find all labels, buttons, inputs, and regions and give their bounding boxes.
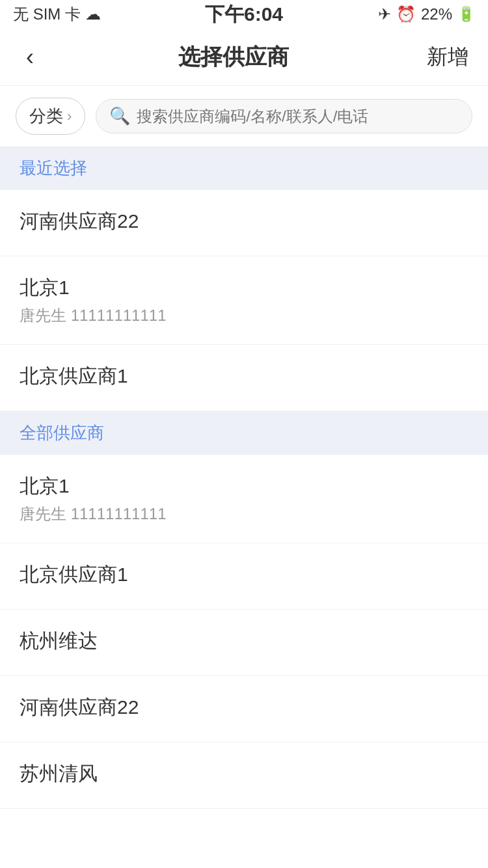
nav-bar: ‹ 选择供应商 新增 (0, 29, 488, 86)
list-item[interactable]: 北京供应商1 (0, 543, 488, 610)
list-item[interactable]: 北京1唐先生 11111111111 (0, 455, 488, 543)
battery-level: 22% (421, 5, 452, 23)
search-icon: 🔍 (109, 106, 130, 126)
status-time: 下午6:04 (205, 1, 283, 28)
category-filter-button[interactable]: 分类 › (16, 98, 85, 135)
all-items-list: 北京1唐先生 11111111111北京供应商1杭州维达河南供应商22苏州清风 (0, 455, 488, 809)
status-left: 无 SIM 卡 ☁ (13, 4, 101, 25)
all-section-label: 全部供应商 (20, 423, 104, 442)
item-name: 杭州维达 (20, 628, 468, 655)
recent-section-label: 最近选择 (20, 158, 87, 178)
list-item[interactable]: 杭州维达 (0, 610, 488, 676)
page-title: 选择供应商 (178, 42, 289, 72)
chevron-right-icon: › (67, 108, 72, 125)
all-section-header: 全部供应商 (0, 411, 488, 455)
location-icon: ✈ (378, 5, 391, 23)
status-bar: 无 SIM 卡 ☁ 下午6:04 ✈ ⏰ 22% 🔋 (0, 0, 488, 29)
recent-items-list: 河南供应商22北京1唐先生 11111111111北京供应商1 (0, 190, 488, 411)
list-item[interactable]: 苏州清风 (0, 742, 488, 809)
list-item[interactable]: 北京供应商1 (0, 345, 488, 411)
list-item[interactable]: 河南供应商22 (0, 676, 488, 742)
alarm-icon: ⏰ (396, 5, 416, 23)
search-box: 🔍 (96, 99, 472, 133)
item-name: 苏州清风 (20, 761, 468, 787)
item-name: 北京供应商1 (20, 363, 468, 390)
battery-icon: 🔋 (457, 6, 475, 23)
item-name: 河南供应商22 (20, 208, 468, 235)
search-input[interactable] (137, 107, 459, 126)
status-right: ✈ ⏰ 22% 🔋 (378, 5, 475, 23)
item-sub: 唐先生 11111111111 (20, 504, 468, 524)
item-name: 北京1 (20, 473, 468, 500)
back-button[interactable]: ‹ (20, 37, 40, 77)
add-button[interactable]: 新增 (427, 43, 468, 72)
sim-status: 无 SIM 卡 ☁ (13, 4, 101, 25)
item-sub: 唐先生 11111111111 (20, 305, 468, 326)
filter-bar: 分类 › 🔍 (0, 86, 488, 146)
list-item[interactable]: 北京1唐先生 11111111111 (0, 256, 488, 345)
item-name: 北京1 (20, 275, 468, 301)
item-name: 河南供应商22 (20, 694, 468, 721)
category-label: 分类 (29, 105, 63, 128)
item-name: 北京供应商1 (20, 562, 468, 588)
list-item[interactable]: 河南供应商22 (0, 190, 488, 256)
recent-section-header: 最近选择 (0, 146, 488, 190)
